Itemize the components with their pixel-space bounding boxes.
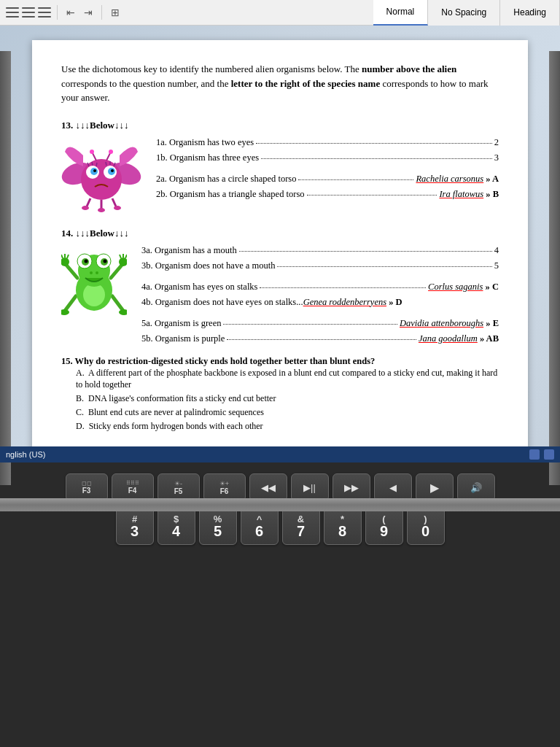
svg-line-10 (92, 162, 93, 166)
key-0[interactable]: ) 0 (407, 507, 445, 545)
svg-line-35 (67, 255, 69, 258)
key-5[interactable]: % 5 (199, 507, 237, 545)
tab-normal[interactable]: Normal (373, 0, 429, 26)
key-f8[interactable]: ▶|| (291, 473, 329, 501)
style-tabs: Normal No Spacing Heading (373, 0, 560, 26)
document: Use the dichotomous key to identify the … (32, 40, 528, 463)
key-f4[interactable]: ⠿⠿⠿ F4 (112, 473, 154, 501)
laptop-bottom-bar (0, 498, 560, 511)
choice-a: A. A different part of the phosphate bac… (76, 367, 499, 392)
svg-point-18 (109, 150, 113, 154)
q14-label: 14. ↓↓↓Below↓↓↓ (61, 228, 499, 239)
status-right-icons (529, 449, 554, 460)
alien-1-image (61, 137, 141, 220)
alien-2-image (61, 245, 127, 321)
key-item-3b: 3b. Organism does not have a mouth 5 (141, 260, 499, 271)
svg-point-7 (93, 169, 96, 172)
key-item-1b: 1b. Organism has three eyes 3 (156, 152, 499, 163)
svg-point-27 (61, 309, 69, 315)
key-item-2b: 2b. Organism has a triangle shaped torso… (156, 189, 499, 200)
toolbar: ⇤ ⇥ ⊞ Normal No Spacing Heading (0, 0, 560, 26)
toolbar-separator (57, 5, 58, 20)
status-bar: nglish (US) (0, 446, 560, 462)
svg-line-38 (125, 255, 127, 258)
key-7[interactable]: & 7 (282, 507, 320, 545)
svg-point-22 (82, 206, 89, 210)
svg-point-48 (90, 271, 93, 274)
question-14: 14. ↓↓↓Below↓↓↓ (61, 228, 499, 349)
tab-heading[interactable]: Heading (500, 0, 560, 26)
choice-c: C. Blunt end cuts are never at palindrom… (76, 406, 499, 419)
q13-key-items: 1a. Organism has two eyes 2 1b. Organism… (156, 137, 499, 204)
q13-content: 1a. Organism has two eyes 2 1b. Organism… (61, 137, 499, 220)
svg-line-25 (65, 296, 76, 311)
svg-point-23 (98, 208, 105, 212)
svg-point-2 (81, 159, 122, 200)
question-15: 15. Why do restriction-digested sticky e… (61, 356, 499, 433)
svg-point-16 (90, 150, 94, 154)
key-f10[interactable]: ◀ (374, 473, 412, 501)
key-3[interactable]: # 3 (116, 507, 154, 545)
key-6[interactable]: ^ 6 (241, 507, 279, 545)
outdent-icon[interactable]: ⇥ (81, 5, 96, 20)
svg-line-11 (96, 163, 97, 166)
svg-line-36 (120, 255, 121, 258)
key-f6[interactable]: ☀+ F6 (203, 473, 246, 501)
status-icon-1 (529, 449, 540, 460)
key-4[interactable]: $ 4 (158, 507, 195, 545)
svg-point-47 (104, 259, 107, 263)
key-item-3a: 3a. Organism has a mouth 4 (141, 245, 499, 256)
keyboard-row-fn: ◻◻ F3 ⠿⠿⠿ F4 ☀- F5 ☀+ F6 ◀◀ ▶|| ▶▶ ◀ ▶ (66, 473, 495, 501)
svg-point-24 (114, 206, 121, 210)
indent-icon[interactable]: ⇤ (63, 5, 78, 20)
line-spacing-icon-2[interactable] (22, 7, 35, 18)
laptop-bezel-left (0, 51, 11, 485)
status-icon-2 (544, 449, 554, 460)
key-8[interactable]: * 8 (324, 507, 362, 545)
language-status: nglish (US) (6, 450, 45, 459)
svg-point-8 (111, 169, 114, 172)
key-item-5a: 5a. Organism is green Davidia attenborou… (141, 318, 499, 329)
tab-no-spacing[interactable]: No Spacing (428, 0, 500, 26)
line-spacing-icon-3[interactable] (38, 7, 51, 18)
key-item-2a: 2a. Organism has a circle shaped torso R… (156, 174, 499, 185)
line-spacing-icon-1[interactable] (6, 7, 19, 18)
key-item-4a: 4a. Organism has eyes on stalks Corlus s… (141, 282, 499, 293)
q14-key-items: 3a. Organism has a mouth 4 3b. Organism … (141, 245, 499, 349)
choice-b: B. DNA ligase's conformation fits a stic… (76, 392, 499, 405)
key-f11[interactable]: ▶ (416, 473, 454, 501)
svg-line-33 (61, 255, 63, 258)
toolbar-separator-2 (101, 5, 102, 20)
svg-line-19 (87, 198, 90, 206)
svg-line-12 (106, 162, 106, 166)
screen: Use the dichotomous key to identify the … (0, 26, 560, 485)
question-13: 13. ↓↓↓Below↓↓↓ (61, 120, 499, 220)
q14-content: 3a. Organism has a mouth 4 3b. Organism … (61, 245, 499, 349)
key-f7[interactable]: ◀◀ (249, 473, 287, 501)
key-9[interactable]: ( 9 (365, 507, 403, 545)
key-item-4b: 4b. Organism does not have eyes on stalk… (141, 297, 499, 308)
table-icon[interactable]: ⊞ (108, 5, 122, 20)
svg-point-28 (119, 309, 127, 315)
choice-d: D. Sticky ends form hydrogen bonds with … (76, 420, 499, 433)
q13-label: 13. ↓↓↓Below↓↓↓ (61, 120, 499, 131)
svg-point-46 (85, 259, 88, 263)
toolbar-left: ⇤ ⇥ ⊞ (0, 5, 373, 20)
intro-paragraph: Use the dichotomous key to identify the … (61, 62, 499, 105)
key-f12[interactable]: 🔊 (457, 473, 495, 501)
key-f5[interactable]: ☀- F5 (158, 473, 200, 501)
svg-line-21 (112, 198, 116, 206)
laptop-bezel-right (549, 51, 560, 485)
keyboard-row-numbers: # 3 $ 4 % 5 ^ 6 & 7 * 8 ( 9 ) 0 (116, 507, 445, 545)
key-f3[interactable]: ◻◻ F3 (66, 473, 108, 501)
svg-point-49 (96, 271, 98, 274)
key-f9[interactable]: ▶▶ (332, 473, 370, 501)
key-item-1a: 1a. Organism has two eyes 2 (156, 137, 499, 148)
key-item-5b: 5b. Organism is purple Jana goodallum » … (141, 333, 499, 344)
svg-line-26 (112, 296, 123, 311)
